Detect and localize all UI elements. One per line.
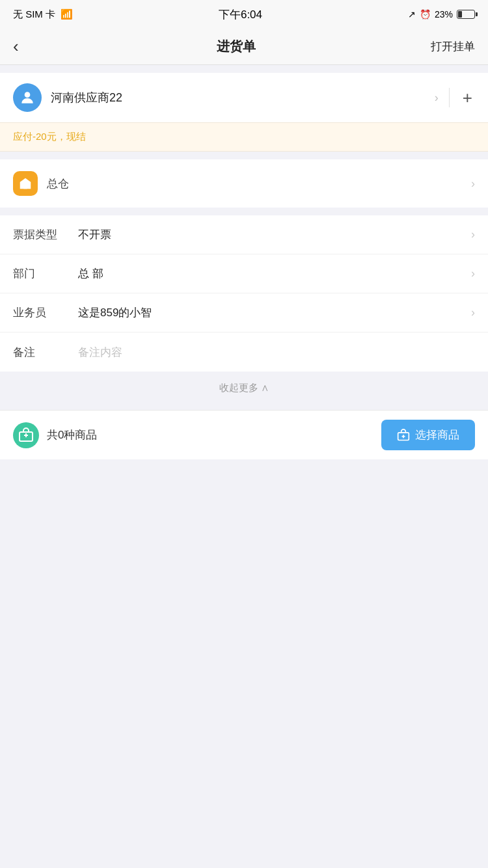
- section-gap-1: [0, 65, 488, 73]
- salesperson-chevron-icon: ›: [471, 306, 475, 319]
- battery-percent: 23%: [435, 9, 453, 20]
- warehouse-label: 总仓: [47, 176, 466, 191]
- select-product-button[interactable]: 选择商品: [381, 420, 475, 450]
- status-bar: 无 SIM 卡 📶 下午6:04 ↗ ⏰ 23%: [0, 0, 488, 29]
- svg-point-0: [25, 92, 31, 98]
- battery-icon: [457, 10, 475, 19]
- warehouse-icon-wrap: [13, 171, 38, 196]
- invoice-type-chevron-icon: ›: [471, 228, 475, 241]
- remark-placeholder: 备注内容: [78, 345, 475, 360]
- product-count-label: 共0种商品: [47, 427, 381, 442]
- fields-card: 票据类型 不开票 › 部门 总 部 › 业务员 这是859的小智 › 备注 备注…: [0, 215, 488, 372]
- salesperson-value: 这是859的小智: [78, 305, 466, 320]
- add-product-icon: [397, 429, 410, 442]
- department-label: 部门: [13, 266, 78, 281]
- warehouse-row[interactable]: 总仓 ›: [0, 159, 488, 208]
- salesperson-row[interactable]: 业务员 这是859的小智 ›: [0, 293, 488, 332]
- back-button[interactable]: ‹: [13, 36, 42, 57]
- invoice-type-row[interactable]: 票据类型 不开票 ›: [0, 215, 488, 254]
- supplier-card: 河南供应商22 › + 应付-20元，现结: [0, 73, 488, 152]
- salesperson-label: 业务员: [13, 305, 78, 320]
- warehouse-icon: [18, 176, 33, 191]
- warehouse-chevron-icon: ›: [471, 177, 475, 191]
- notice-bar: 应付-20元，现结: [0, 122, 488, 152]
- section-gap-4: [0, 405, 488, 410]
- department-row[interactable]: 部门 总 部 ›: [0, 254, 488, 293]
- department-value: 总 部: [78, 266, 466, 281]
- supplier-avatar: [13, 83, 42, 112]
- collapse-label: 收起更多 ∧: [219, 382, 269, 394]
- remark-row[interactable]: 备注 备注内容: [0, 332, 488, 372]
- nav-bar: ‹ 进货单 打开挂单: [0, 29, 488, 65]
- supplier-name: 河南供应商22: [51, 90, 435, 105]
- remark-label: 备注: [13, 345, 78, 360]
- status-right: ↗ ⏰ 23%: [408, 9, 475, 20]
- supplier-row[interactable]: 河南供应商22 › +: [0, 73, 488, 122]
- invoice-type-label: 票据类型: [13, 227, 78, 242]
- section-gap-2: [0, 152, 488, 159]
- vertical-divider: [449, 88, 450, 107]
- section-gap-3: [0, 208, 488, 215]
- page-title: 进货单: [217, 38, 256, 55]
- warehouse-card: 总仓 ›: [0, 159, 488, 208]
- alarm-icon: ⏰: [420, 9, 431, 20]
- person-icon: [19, 89, 36, 106]
- add-button[interactable]: +: [460, 88, 475, 108]
- invoice-type-value: 不开票: [78, 227, 466, 242]
- carrier-label: 无 SIM 卡: [13, 8, 55, 21]
- collapse-row[interactable]: 收起更多 ∧: [0, 372, 488, 405]
- status-left: 无 SIM 卡 📶: [13, 8, 73, 21]
- wifi-icon: 📶: [61, 8, 73, 20]
- status-time: 下午6:04: [219, 7, 262, 22]
- svg-rect-1: [23, 185, 27, 189]
- product-icon-wrap: [13, 422, 39, 448]
- page-background: [0, 459, 488, 655]
- supplier-chevron-icon: ›: [435, 91, 439, 105]
- cart-icon: [18, 427, 34, 443]
- location-icon: ↗: [408, 9, 416, 20]
- open-pending-button[interactable]: 打开挂单: [431, 39, 475, 54]
- department-chevron-icon: ›: [471, 267, 475, 280]
- bottom-bar: 共0种商品 选择商品: [0, 410, 488, 459]
- select-btn-label: 选择商品: [415, 427, 459, 442]
